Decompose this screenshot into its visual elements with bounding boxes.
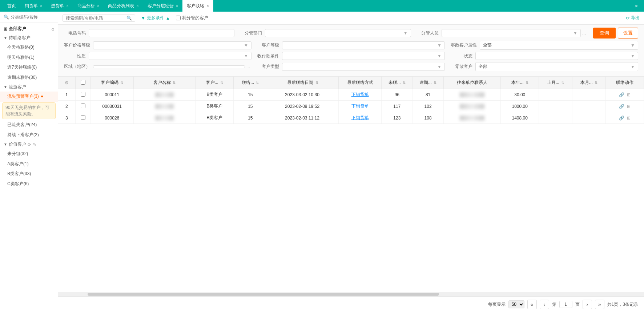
tab-customer-segment[interactable]: 客户分层经营 × — [143, 0, 182, 12]
action-link-icon-1[interactable]: 🔗 — [619, 104, 624, 109]
sort-code-icon[interactable]: ⇅ — [120, 81, 123, 85]
search-input[interactable] — [66, 16, 125, 21]
col-header-settings[interactable]: ⚙ — [58, 77, 75, 89]
person-dots-button[interactable]: ... — [581, 31, 587, 36]
tab-customer-segment-close[interactable]: × — [176, 4, 178, 8]
cust-level-select[interactable]: ▼ — [282, 41, 445, 49]
contact-way-link-1[interactable]: 下销货单 — [351, 104, 369, 109]
sidebar-item-decline[interactable]: 持续下滑客户(2) — [0, 130, 58, 140]
table-scrollbar-thumb[interactable] — [88, 293, 439, 296]
sidebar-item-loss-predict[interactable]: 流失预警客户(3) ● — [0, 92, 58, 102]
query-button[interactable]: 查询 — [593, 28, 616, 39]
sidebar-item-overdue[interactable]: 逾期未联络(30) — [0, 73, 58, 83]
tab-sales-close[interactable]: × — [40, 4, 42, 8]
cell-this-month-0 — [572, 89, 606, 101]
tab-analysis-list-close[interactable]: × — [136, 4, 138, 8]
tab-customer-contact[interactable]: 客户联络 × — [182, 0, 213, 12]
sidebar-item-lost-already[interactable]: 已流失客户(24) — [0, 120, 58, 130]
cell-way-2: 下销货单 — [339, 112, 382, 124]
sidebar-search-input[interactable] — [11, 15, 54, 20]
settings-button[interactable]: 设置 — [618, 28, 638, 39]
export-button[interactable]: ⟳ 导出 — [626, 15, 640, 21]
sort-year-icon[interactable]: ⇅ — [526, 81, 528, 85]
cust-type-select[interactable]: ▼ — [282, 63, 445, 71]
sort-overdue-icon[interactable]: ⇅ — [434, 81, 436, 85]
tab-analysis-list[interactable]: 商品分析列表 × — [104, 0, 143, 12]
nature-select[interactable]: ▼ — [89, 52, 251, 60]
table-settings-icon[interactable]: ⚙ — [65, 80, 69, 85]
page-number-input[interactable] — [559, 301, 572, 308]
window-close-button[interactable]: ✕ — [632, 3, 641, 9]
edit-icon-value[interactable]: ✎ — [33, 142, 36, 147]
tab-customer-contact-close[interactable]: × — [206, 4, 209, 8]
cell-check-1[interactable] — [75, 101, 90, 112]
grid-icon: ⊞ — [4, 27, 7, 32]
price-level-select[interactable]: ▼ — [93, 41, 251, 49]
search-bar[interactable]: 🔍 — [63, 15, 135, 22]
phone-label: 电话号码 — [64, 30, 86, 36]
contact-way-link-2[interactable]: 下销货单 — [351, 115, 369, 120]
last-page-button[interactable]: » — [595, 300, 604, 309]
retail-select[interactable]: 全部▼ — [475, 62, 638, 71]
payment-select[interactable]: ▼ — [282, 52, 445, 60]
phone-input[interactable] — [89, 29, 234, 37]
dept-select[interactable]: ▼ — [265, 29, 411, 37]
tab-home[interactable]: 首页 — [3, 0, 20, 12]
sidebar-item-tomorrow[interactable]: 明天待联络(1) — [0, 53, 58, 63]
sidebar-item-b-class[interactable]: B类客户(33) — [0, 169, 58, 179]
sort-date-icon[interactable]: ⇅ — [315, 81, 318, 85]
sidebar-item-c-class[interactable]: C类客户(6) — [0, 179, 58, 189]
tab-purchase-close[interactable]: × — [66, 4, 68, 8]
row-checkbox-1[interactable] — [81, 104, 85, 108]
first-page-button[interactable]: « — [527, 300, 537, 309]
sidebar-group-value[interactable]: ▼ 价值客户 ⟳ ✎ — [0, 140, 58, 149]
action-link-icon-0[interactable]: 🔗 — [619, 92, 624, 97]
sidebar-collapse-button[interactable]: « — [51, 26, 54, 32]
my-customers-checkbox[interactable] — [176, 16, 181, 20]
select-all-checkbox[interactable] — [81, 80, 85, 85]
contact-way-link-0[interactable]: 下销货单 — [351, 92, 369, 97]
status-select[interactable]: ▼ — [475, 52, 638, 60]
action-menu-icon-2[interactable]: ⊞ — [627, 116, 631, 121]
sort-name-icon[interactable]: ⇅ — [173, 81, 176, 85]
table-row: 2 00030031 ██████ B类客户 15 2023-02-09 19:… — [58, 101, 644, 112]
tab-sales[interactable]: 销货单 × — [20, 0, 47, 12]
total-label: 共1页，3条记录 — [607, 301, 638, 308]
action-link-icon-2[interactable]: 🔗 — [619, 116, 624, 121]
retail-attr-select[interactable]: 全部▼ — [480, 41, 638, 50]
cell-check-2[interactable] — [75, 112, 90, 124]
sidebar-group-lost[interactable]: ▼ 流逝客户 — [0, 82, 58, 92]
sort-type-icon[interactable]: ⇅ — [220, 81, 223, 85]
action-menu-icon-1[interactable]: ⊞ — [627, 104, 631, 109]
row-checkbox-2[interactable] — [81, 115, 85, 120]
action-menu-icon-0[interactable]: ⊞ — [627, 92, 631, 97]
tab-analysis-close[interactable]: × — [97, 4, 99, 8]
sidebar-item-today[interactable]: 今天待联络(0) — [0, 42, 58, 53]
next-page-button[interactable]: › — [583, 300, 592, 309]
sidebar-item-ungrouped[interactable]: 未分组(32) — [0, 149, 58, 159]
person-select[interactable]: ▼ — [442, 29, 581, 37]
tab-analysis[interactable]: 商品分析 × — [73, 0, 104, 12]
table-scrollbar[interactable] — [58, 292, 644, 296]
cell-check-0[interactable] — [75, 89, 90, 101]
region-select[interactable] — [93, 65, 245, 68]
status-label: 状态 — [451, 53, 472, 59]
col-header-check[interactable] — [75, 77, 90, 89]
col-header-last-month: 上月... ⇅ — [539, 77, 572, 89]
my-customers-filter[interactable]: 我分管的客户 — [176, 15, 208, 21]
cell-name-0: ██████ — [133, 89, 196, 101]
per-page-select[interactable]: 50 — [508, 300, 524, 308]
sidebar-item-a-class[interactable]: A类客户(1) — [0, 159, 58, 169]
tab-purchase[interactable]: 进货单 × — [47, 0, 73, 12]
prev-page-button[interactable]: ‹ — [540, 300, 549, 309]
sidebar-group-pending[interactable]: ▼ 待联络客户 — [0, 33, 58, 42]
sort-contact-icon[interactable]: ⇅ — [256, 81, 259, 85]
more-conditions-button[interactable]: ▼ 更多条件 ▲ — [138, 14, 173, 22]
sort-uncontact-icon[interactable]: ⇅ — [403, 81, 406, 85]
row-checkbox-0[interactable] — [81, 92, 85, 97]
region-dots-button[interactable]: ... — [245, 64, 251, 69]
sort-last-month-icon[interactable]: ⇅ — [561, 81, 564, 85]
refresh-icon-value[interactable]: ⟳ — [28, 142, 31, 147]
sort-this-month-icon[interactable]: ⇅ — [595, 81, 597, 85]
sidebar-item-week[interactable]: 近7天待联络(0) — [0, 62, 58, 73]
